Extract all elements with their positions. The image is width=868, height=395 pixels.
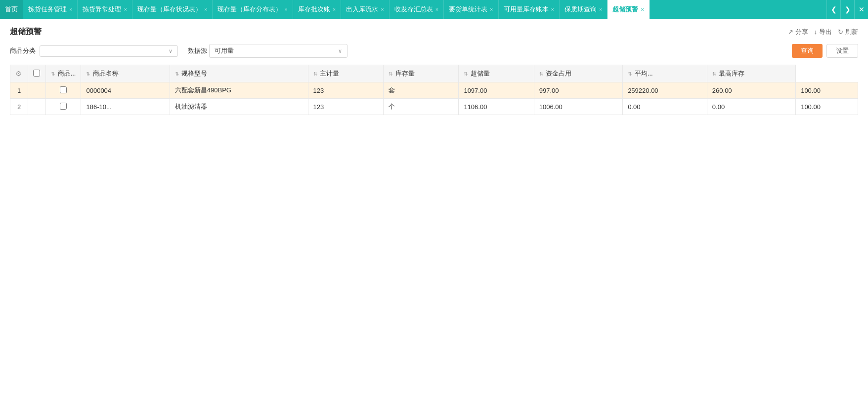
sort-inventory-icon: ⇅ [389,71,392,77]
page-content: 超储预警 ↗ 分享 ↓ 导出 ↻ 刷新 商品分类 ∨ 数据源 [0,19,868,123]
share-icon: ↗ [788,28,793,36]
th-spec[interactable]: ⇅ 规格型号 [170,65,308,82]
nav-close-picking-exception[interactable]: × [124,6,127,12]
nav-close-collect-summary[interactable]: × [435,6,438,12]
nav-close-inout-flow[interactable]: × [381,6,384,12]
datasource-label: 数据源 [188,46,207,55]
row-product-code: 186-10... [81,99,170,115]
row-num: 1 [10,82,28,99]
th-product-name[interactable]: ⇅ 商品名称 [81,65,170,82]
th-overstock[interactable]: ⇅ 超储量 [459,65,534,82]
row-max-inventory: 100.00 [796,99,858,115]
nav-arrows: ❮ ❯ ✕ [826,0,868,19]
page-header: 超储预警 ↗ 分享 ↓ 导出 ↻ 刷新 [10,27,858,37]
row-overstock: 1006.00 [534,99,622,115]
category-label: 商品分类 [10,46,36,55]
nav-close-picking-task[interactable]: × [69,6,72,12]
row-inventory: 1106.00 [459,99,534,115]
sort-spec-icon: ⇅ [175,71,179,77]
gear-settings-icon[interactable]: ⚙ [15,70,22,78]
th-product-code[interactable]: ⇅ 商品... [46,65,81,82]
th-gear: ⚙ [10,65,28,82]
sort-capital-icon: ⇅ [539,71,543,77]
nav-next-button[interactable]: ❯ [840,0,854,19]
category-select[interactable]: ∨ [40,45,178,57]
row-unit: 套 [384,82,459,99]
nav-item-inventory-status[interactable]: 现存量（库存状况表）× [132,0,213,19]
row-capital: 259220.00 [623,82,707,99]
nav-item-quality-check[interactable]: 保质期查询× [560,0,608,19]
row-product-name: 六配套新昌490BPG [170,82,308,99]
data-table: ⚙ ⇅ 商品... ⇅ 商品名称 ⇅ 规格型号 ⇅ [10,65,858,115]
refresh-button[interactable]: ↻ 刷新 [838,28,858,37]
row-checkbox-1[interactable] [60,103,67,110]
row-checkbox-0[interactable] [60,86,67,93]
th-capital[interactable]: ⇅ 资金占用 [534,65,622,82]
row-spec: 123 [308,99,383,115]
nav-close-inventory-dist[interactable]: × [284,6,287,12]
refresh-icon: ↻ [838,28,843,36]
sort-avg-icon: ⇅ [628,71,632,77]
sort-unit-icon: ⇅ [313,71,317,77]
datasource-select[interactable]: 可用量 ∨ [209,44,347,58]
row-gear-cell [28,99,46,115]
nav-item-available-inventory[interactable]: 可用量库存账本× [499,0,560,19]
share-button[interactable]: ↗ 分享 [788,28,808,37]
th-max-inventory[interactable]: ⇅ 最高库存 [707,65,795,82]
nav-item-overstock-warning[interactable]: 超储预警× [608,0,649,19]
th-checkbox [28,65,46,82]
table-row: 1 0000004 六配套新昌490BPG 123 套 1097.00 997.… [10,82,858,99]
nav-close-inventory-batch[interactable]: × [333,6,336,12]
sort-product-code-icon: ⇅ [51,71,55,77]
nav-item-collect-summary[interactable]: 收发存汇总表× [390,0,444,19]
nav-close-overstock-warning[interactable]: × [641,6,644,12]
nav-close-quality-check[interactable]: × [599,6,602,12]
nav-item-inout-flow[interactable]: 出入库流水× [341,0,389,19]
th-unit[interactable]: ⇅ 主计量 [308,65,383,82]
row-checkbox-cell [46,82,81,99]
nav-bar: 首页拣货任务管理×拣货异常处理×现存量（库存状况表）×现存量（库存分布表）×库存… [0,0,868,19]
nav-item-home[interactable]: 首页 [0,0,23,19]
header-actions: ↗ 分享 ↓ 导出 ↻ 刷新 [788,28,859,37]
filter-bar: 商品分类 ∨ 数据源 可用量 ∨ 查询 设置 [10,44,858,58]
datasource-filter-group: 数据源 可用量 ∨ [188,44,347,58]
th-inventory[interactable]: ⇅ 库存量 [384,65,459,82]
datasource-chevron-icon: ∨ [338,48,342,54]
nav-prev-button[interactable]: ❮ [826,0,840,19]
row-avg: 260.00 [707,82,795,99]
nav-close-order-stat[interactable]: × [490,6,493,12]
export-icon: ↓ [814,28,818,36]
filter-actions: 查询 设置 [792,44,858,58]
select-all-checkbox[interactable] [33,70,40,77]
nav-close-inventory-status[interactable]: × [204,6,207,12]
th-avg[interactable]: ⇅ 平均... [623,65,707,82]
nav-item-picking-task[interactable]: 拣货任务管理× [23,0,78,19]
nav-item-inventory-dist[interactable]: 现存量（库存分布表）× [213,0,293,19]
nav-item-inventory-batch[interactable]: 库存批次账× [293,0,341,19]
row-checkbox-cell [46,99,81,115]
row-capital: 0.00 [623,99,707,115]
row-gear-cell [28,82,46,99]
settings-button[interactable]: 设置 [826,44,858,58]
table-row: 2 186-10... 机油滤清器 123 个 1106.00 1006.00 … [10,99,858,115]
row-max-inventory: 100.00 [796,82,858,99]
category-chevron-icon: ∨ [169,48,173,54]
sort-product-name-icon: ⇅ [86,71,90,77]
category-filter-group: 商品分类 ∨ [10,45,178,57]
export-button[interactable]: ↓ 导出 [814,28,832,37]
query-button[interactable]: 查询 [792,44,823,58]
row-spec: 123 [308,82,383,99]
nav-close-button[interactable]: ✕ [854,0,868,19]
row-inventory: 1097.00 [459,82,534,99]
nav-close-available-inventory[interactable]: × [551,6,554,12]
sort-overstock-icon: ⇅ [464,71,468,77]
row-product-code: 0000004 [81,82,170,99]
nav-item-order-stat[interactable]: 要货单统计表× [444,0,498,19]
nav-item-picking-exception[interactable]: 拣货异常处理× [78,0,132,19]
datasource-select-value: 可用量 [215,46,234,55]
row-avg: 0.00 [707,99,795,115]
sort-max-inventory-icon: ⇅ [712,71,716,77]
row-unit: 个 [384,99,459,115]
row-product-name: 机油滤清器 [170,99,308,115]
page-title: 超储预警 [10,27,42,37]
